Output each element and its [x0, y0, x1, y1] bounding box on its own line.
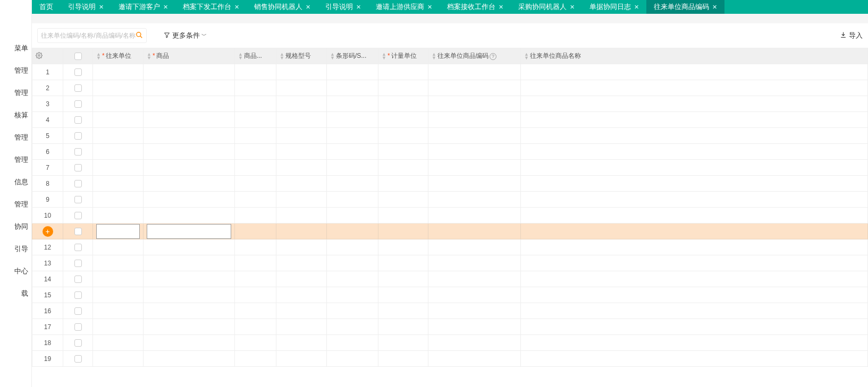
checkbox[interactable]: [74, 100, 82, 108]
close-icon[interactable]: ✕: [99, 4, 104, 11]
cell[interactable]: [327, 128, 378, 144]
cell[interactable]: [521, 208, 868, 223]
tab-5[interactable]: 引导说明✕: [318, 0, 368, 14]
sidebar-item-10[interactable]: 中心: [0, 260, 31, 282]
row-checkbox-cell[interactable]: [63, 160, 93, 176]
cell[interactable]: [327, 64, 378, 80]
cell[interactable]: [378, 80, 428, 96]
cell[interactable]: [428, 112, 521, 128]
checkbox[interactable]: [74, 148, 82, 156]
row-checkbox-cell[interactable]: [63, 64, 93, 80]
cell[interactable]: [144, 335, 235, 351]
sidebar-item-1[interactable]: 管理: [0, 59, 31, 82]
col-unit-code[interactable]: 往来单位商品编码?: [428, 48, 521, 64]
cell[interactable]: [235, 208, 276, 223]
cell[interactable]: [235, 351, 276, 367]
cell[interactable]: [235, 192, 276, 208]
help-icon[interactable]: ?: [490, 53, 496, 60]
cell[interactable]: [378, 176, 428, 192]
cell[interactable]: [428, 255, 521, 271]
cell[interactable]: [144, 96, 235, 112]
more-filter-button[interactable]: 更多条件 ﹀: [164, 31, 207, 40]
cell[interactable]: [428, 351, 521, 367]
cell[interactable]: [521, 128, 868, 144]
cell[interactable]: [327, 319, 378, 335]
cell[interactable]: [235, 271, 276, 287]
cell[interactable]: [235, 160, 276, 176]
cell[interactable]: [521, 319, 868, 335]
cell[interactable]: [378, 271, 428, 287]
row-checkbox-cell[interactable]: [63, 112, 93, 128]
cell[interactable]: [276, 239, 327, 255]
table-row[interactable]: 15: [32, 287, 868, 303]
close-icon[interactable]: ✕: [163, 4, 168, 11]
cell[interactable]: [327, 112, 378, 128]
row-checkbox-cell[interactable]: [63, 192, 93, 208]
sidebar-item-4[interactable]: 管理: [0, 126, 31, 149]
tab-4[interactable]: 销售协同机器人✕: [247, 0, 318, 14]
cell[interactable]: [93, 160, 144, 176]
cell[interactable]: [144, 223, 235, 239]
close-icon[interactable]: ✕: [234, 4, 239, 11]
cell[interactable]: [428, 335, 521, 351]
cell[interactable]: [144, 208, 235, 223]
sidebar-item-6[interactable]: 信息: [0, 171, 31, 193]
cell[interactable]: [521, 351, 868, 367]
cell[interactable]: [378, 208, 428, 223]
cell[interactable]: [521, 96, 868, 112]
table-row[interactable]: 3: [32, 96, 868, 112]
cell[interactable]: [93, 80, 144, 96]
checkbox[interactable]: [74, 68, 82, 76]
cell[interactable]: [276, 192, 327, 208]
cell[interactable]: [521, 176, 868, 192]
cell[interactable]: [378, 144, 428, 160]
cell[interactable]: [93, 223, 144, 239]
sidebar-item-0[interactable]: 菜单: [0, 37, 31, 59]
cell[interactable]: [521, 192, 868, 208]
cell[interactable]: [144, 239, 235, 255]
cell[interactable]: [144, 287, 235, 303]
cell[interactable]: [521, 160, 868, 176]
cell[interactable]: [276, 96, 327, 112]
cell[interactable]: [327, 192, 378, 208]
row-checkbox-cell[interactable]: [63, 144, 93, 160]
sidebar-item-3[interactable]: 核算: [0, 104, 31, 126]
cell[interactable]: [327, 271, 378, 287]
search-icon[interactable]: [136, 31, 143, 40]
checkbox[interactable]: [74, 291, 82, 299]
cell[interactable]: [378, 112, 428, 128]
cell[interactable]: [93, 192, 144, 208]
cell[interactable]: [235, 255, 276, 271]
cell[interactable]: [378, 223, 428, 239]
cell[interactable]: [378, 351, 428, 367]
cell[interactable]: [521, 64, 868, 80]
table-row[interactable]: 14: [32, 271, 868, 287]
sidebar-item-2[interactable]: 管理: [0, 82, 31, 104]
cell[interactable]: [428, 80, 521, 96]
cell[interactable]: [93, 319, 144, 335]
table-row[interactable]: +: [32, 223, 868, 239]
col-spec[interactable]: 规格型号: [276, 48, 327, 64]
cell[interactable]: [327, 160, 378, 176]
checkbox[interactable]: [74, 228, 82, 235]
col-measure[interactable]: *计量单位: [378, 48, 428, 64]
cell[interactable]: [327, 255, 378, 271]
sidebar-item-8[interactable]: 协同: [0, 216, 31, 238]
table-row[interactable]: 1: [32, 64, 868, 80]
table-row[interactable]: 8: [32, 176, 868, 192]
table-row[interactable]: 18: [32, 335, 868, 351]
cell[interactable]: [327, 80, 378, 96]
checkbox[interactable]: [74, 196, 82, 203]
close-icon[interactable]: ✕: [634, 4, 639, 11]
row-checkbox-cell[interactable]: [63, 208, 93, 223]
checkbox[interactable]: [74, 116, 82, 124]
cell[interactable]: [521, 112, 868, 128]
table-row[interactable]: 9: [32, 192, 868, 208]
col-prod-class[interactable]: 商品...: [235, 48, 276, 64]
checkbox[interactable]: [74, 244, 82, 251]
close-icon[interactable]: ✕: [427, 4, 432, 11]
checkbox[interactable]: [74, 212, 82, 219]
cell[interactable]: [378, 255, 428, 271]
checkbox[interactable]: [74, 132, 82, 140]
cell[interactable]: [276, 160, 327, 176]
